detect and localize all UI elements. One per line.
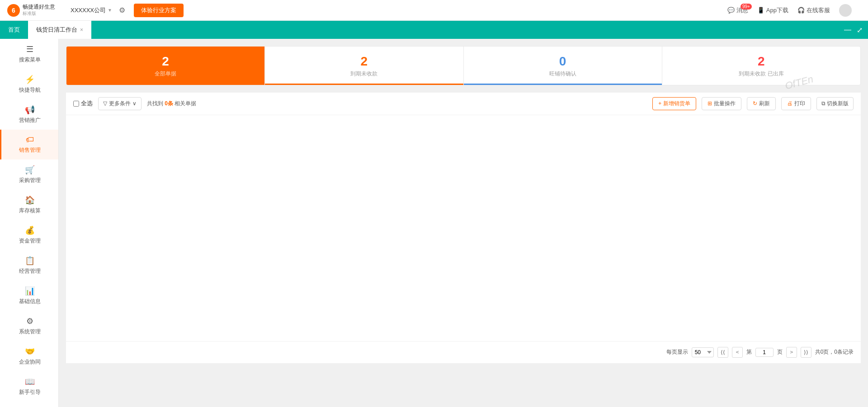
toolbar-left: 全选 ▽ 更多条件 ∨ 共找到 0条 相关单据 (73, 97, 647, 110)
online-service-item[interactable]: 🎧 在线客服 (797, 6, 830, 14)
page-suffix: 页 (777, 348, 783, 356)
topbar-right: 💬 消息 99+ 📱 App下载 🎧 在线客服 (727, 4, 861, 17)
stat-card-overdue[interactable]: 2 到期未收款 (265, 47, 463, 85)
online-service-icon: 🎧 (797, 7, 805, 14)
sidebar-label-inventory: 库存核算 (19, 207, 41, 215)
filter-btn[interactable]: ▽ 更多条件 ∨ (98, 97, 142, 110)
enterprise-coop-icon: 🤝 (25, 346, 35, 356)
sidebar: ☰ 搜索菜单 ⚡ 快捷导航 📢 营销推广 🏷 销售管理 🛒 采购管理 🏠 库存核… (0, 39, 59, 407)
nav-tab-actions: — ⤢ (844, 26, 868, 34)
sidebar-item-system-mgmt[interactable]: ⚙ 系统管理 (0, 311, 58, 341)
sidebar-label-system-mgmt: 系统管理 (19, 328, 41, 336)
marketing-icon: 📢 (25, 105, 35, 115)
select-all-checkbox-label[interactable]: 全选 (73, 99, 93, 108)
avatar[interactable] (839, 4, 852, 17)
logo: 6 畅捷通好生意 标准版 (7, 4, 66, 17)
switch-new-btn[interactable]: ⧉ 切换新版 (816, 97, 854, 110)
sidebar-item-finance[interactable]: 💰 资金管理 (0, 220, 58, 250)
sidebar-item-beginner-guide[interactable]: 📖 新手引导 (0, 371, 58, 402)
message-icon: 💬 (727, 7, 735, 14)
tab-home[interactable]: 首页 (0, 21, 28, 39)
sidebar-item-inventory[interactable]: 🏠 库存核算 (0, 190, 58, 220)
stat-card-all[interactable]: 2 全部单据 (66, 47, 265, 85)
sidebar-item-purchase-mgmt[interactable]: 🛒 采购管理 (0, 159, 58, 190)
system-mgmt-icon: ⚙ (26, 316, 33, 326)
tab-close-icon[interactable]: × (80, 27, 83, 33)
sidebar-item-app-center[interactable]: 📦 应用中心 (0, 402, 58, 407)
sidebar-item-quick-nav[interactable]: ⚡ 快捷导航 (0, 69, 58, 99)
per-page-select[interactable]: 50 20 100 (692, 347, 714, 357)
trial-btn[interactable]: 体验行业方案 (134, 4, 184, 17)
toolbar-right: + 新增销货单 ⊞ 批量操作 ↻ 刷新 🖨 打印 ⧉ (652, 97, 854, 110)
stat-label-all: 全部单据 (75, 70, 255, 78)
quick-nav-icon: ⚡ (25, 75, 35, 84)
search-menu-icon: ☰ (26, 44, 33, 54)
topbar: 6 畅捷通好生意 标准版 XXXXXX公司 ▼ ⚙ 体验行业方案 💬 消息 99… (0, 0, 868, 21)
stats-row: 2 全部单据 2 到期未收款 0 旺铺待确认 2 到期未收款 已出库 (66, 46, 861, 85)
stat-number-all: 2 (75, 54, 255, 69)
sidebar-label-enterprise-coop: 企业协同 (19, 358, 41, 366)
sidebar-item-search-menu[interactable]: ☰ 搜索菜单 (0, 39, 58, 69)
nav-minimize-icon[interactable]: — (844, 26, 851, 34)
found-count: 0条 (165, 100, 173, 107)
sidebar-label-base-info: 基础信息 (19, 298, 41, 305)
sidebar-label-search-menu: 搜索菜单 (19, 56, 41, 64)
finance-icon: 💰 (25, 225, 35, 235)
last-page-btn[interactable]: ⟩⟩ (801, 347, 811, 358)
sales-mgmt-icon: 🏷 (26, 135, 34, 145)
inventory-icon: 🏠 (25, 195, 35, 205)
app-download-item[interactable]: 📱 App下载 (757, 6, 788, 14)
prev-page-btn[interactable]: ＜ (732, 347, 743, 358)
messages-item[interactable]: 💬 消息 99+ (727, 6, 748, 14)
page-label: 第 (746, 348, 752, 356)
print-btn[interactable]: 🖨 打印 (781, 97, 811, 110)
select-all-label: 全选 (81, 99, 93, 108)
sidebar-item-marketing[interactable]: 📢 营销推广 (0, 99, 58, 130)
purchase-mgmt-icon: 🛒 (25, 165, 35, 175)
table-body (66, 115, 861, 341)
print-icon: 🖨 (787, 100, 793, 107)
nav-maximize-icon[interactable]: ⤢ (857, 26, 863, 34)
switch-icon: ⧉ (821, 100, 826, 107)
refresh-label: 刷新 (759, 100, 770, 108)
sidebar-label-operations: 经营管理 (19, 267, 41, 275)
found-text: 共找到 0条 相关单据 (147, 100, 196, 108)
next-page-btn[interactable]: ＞ (786, 347, 797, 358)
company-name: XXXXXX公司 (71, 6, 106, 14)
stat-label-unshipped: 到期未收款 已出库 (671, 70, 851, 78)
stat-number-wangpu: 0 (473, 54, 653, 69)
beginner-guide-icon: 📖 (25, 377, 35, 387)
sidebar-item-operations[interactable]: 📋 经营管理 (0, 250, 58, 281)
sidebar-item-base-info[interactable]: 📊 基础信息 (0, 281, 58, 311)
logo-app-name: 畅捷通好生意 (23, 4, 55, 11)
batch-ops-btn[interactable]: ⊞ 批量操作 (702, 97, 741, 110)
select-all-checkbox[interactable] (73, 101, 79, 107)
filter-icon: ▽ (103, 100, 107, 107)
pagination-bar: 每页显示 50 20 100 ⟨⟨ ＜ 第 页 ＞ ⟩⟩ 共0页，0条记录 (66, 341, 861, 363)
tab-active[interactable]: 钱货日清工作台 × (28, 21, 91, 39)
switch-label: 切换新版 (827, 100, 849, 107)
messages-badge: 99+ (741, 4, 752, 9)
toolbar: 全选 ▽ 更多条件 ∨ 共找到 0条 相关单据 + 新增销货单 (66, 93, 861, 115)
stat-label-overdue: 到期未收款 (274, 70, 454, 78)
per-page-label: 每页显示 (666, 348, 688, 356)
first-page-btn[interactable]: ⟨⟨ (717, 347, 728, 358)
sidebar-label-finance: 资金管理 (19, 237, 41, 245)
stat-underline-wangpu (464, 84, 662, 85)
stat-number-unshipped: 2 (671, 54, 851, 69)
filter-arrow: ∨ (132, 100, 137, 107)
app-download-label: App下载 (766, 6, 788, 14)
settings-icon[interactable]: ⚙ (116, 4, 128, 17)
refresh-btn[interactable]: ↻ 刷新 (747, 97, 776, 110)
sidebar-label-marketing: 营销推广 (19, 117, 41, 124)
company-dropdown-arrow: ▼ (108, 8, 112, 13)
sidebar-item-sales-mgmt[interactable]: 🏷 销售管理 (0, 130, 58, 159)
sidebar-item-enterprise-coop[interactable]: 🤝 企业协同 (0, 341, 58, 371)
page-input[interactable] (755, 348, 774, 357)
stat-card-wangpu[interactable]: 0 旺铺待确认 (464, 47, 662, 85)
company-selector[interactable]: XXXXXX公司 ▼ (71, 6, 112, 14)
add-sale-btn[interactable]: + 新增销货单 (652, 97, 696, 110)
print-label: 打印 (794, 100, 805, 108)
tab-active-label: 钱货日清工作台 (36, 26, 77, 34)
stat-card-unshipped[interactable]: 2 到期未收款 已出库 (662, 47, 860, 85)
